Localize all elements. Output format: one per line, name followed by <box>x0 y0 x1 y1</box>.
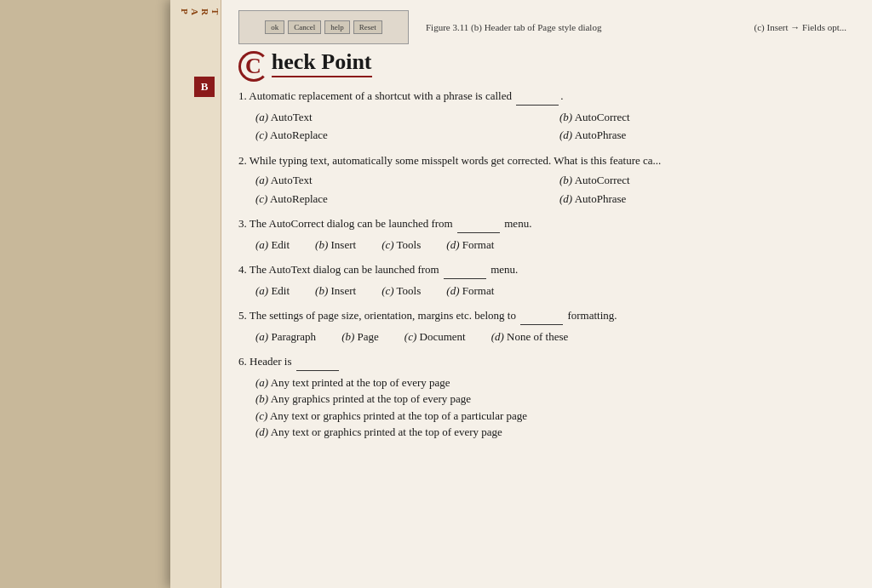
q2-opt-d: (d) AutoPhrase <box>559 191 846 208</box>
figure-caption: Figure 3.11 (b) Header tab of Page style… <box>426 22 754 32</box>
questions-list: 1. Automatic replacement of a shortcut w… <box>238 88 846 441</box>
q6-options: (a) Any text printed at the top of every… <box>238 374 846 441</box>
q4-opt-a: (a) Edit <box>255 283 290 300</box>
q3-options: (a) Edit (b) Insert (c) Tools (d) Format <box>238 237 846 254</box>
q4-opt-d: (d) Format <box>446 283 494 300</box>
question-5: 5. The settings of page size, orientatio… <box>238 307 846 345</box>
q6-opt-b: (b) Any graphics printed at the top of e… <box>255 391 846 408</box>
q1-opt-c: (c) AutoReplace <box>255 127 542 144</box>
dialog-btn-reset[interactable]: Reset <box>353 20 382 34</box>
figure-area: ok Cancel help Reset Figure 3.11 (b) Hea… <box>238 7 846 44</box>
question-4: 4. The AutoText dialog can be launched f… <box>238 261 846 299</box>
question-5-text: 5. The settings of page size, orientatio… <box>238 307 846 325</box>
q3-opt-b: (b) Insert <box>315 237 356 254</box>
q6-num: 6. <box>238 355 247 368</box>
q4-opt-b: (b) Insert <box>315 283 356 300</box>
checkpoint-header: C heck Point <box>238 49 846 77</box>
part-text: PART <box>180 9 221 17</box>
q3-num: 3. <box>238 217 247 230</box>
dialog-buttons: ok Cancel help Reset <box>265 20 382 34</box>
question-4-text: 4. The AutoText dialog can be launched f… <box>238 261 846 279</box>
question-6: 6. Header is (a) Any text printed at the… <box>238 353 846 441</box>
q4-opt-c: (c) Tools <box>382 283 421 300</box>
q5-opt-b: (b) Page <box>341 328 379 345</box>
content-area: ok Cancel help Reset Figure 3.11 (b) Hea… <box>230 0 863 588</box>
q4-blank <box>444 261 486 279</box>
part-b-label: B <box>201 80 209 94</box>
dialog-btn-cancel[interactable]: Cancel <box>288 20 321 34</box>
q1-opt-d: (d) AutoPhrase <box>559 127 846 144</box>
checkpoint-c-letter: C <box>245 54 261 78</box>
q6-opt-a: (a) Any text printed at the top of every… <box>255 374 846 391</box>
q3-blank <box>457 215 500 233</box>
q6-blank <box>296 353 339 371</box>
q5-opt-c: (c) Document <box>404 328 466 345</box>
checkpoint-title: heck Point <box>272 49 372 77</box>
q1-options: (a) AutoText (b) AutoCorrect (c) AutoRep… <box>238 109 846 144</box>
q1-num: 1. <box>238 89 247 102</box>
question-6-text: 6. Header is <box>238 353 846 371</box>
q6-opt-c: (c) Any text or graphics printed at the … <box>255 408 846 425</box>
q4-num: 4. <box>238 263 247 276</box>
q3-opt-c: (c) Tools <box>382 237 421 254</box>
q6-opt-d: (d) Any text or graphics printed at the … <box>255 424 846 441</box>
dialog-btn-ok[interactable]: ok <box>265 20 284 34</box>
q5-opt-a: (a) Paragraph <box>255 328 316 345</box>
q1-blank <box>516 88 559 106</box>
q3-opt-d: (d) Format <box>446 237 494 254</box>
q5-opt-d: (d) None of these <box>491 328 569 345</box>
q2-num: 2. <box>238 154 247 167</box>
q2-opt-b: (b) AutoCorrect <box>559 172 846 189</box>
q1-opt-a: (a) AutoText <box>255 109 542 126</box>
q3-opt-a: (a) Edit <box>255 237 290 254</box>
question-3-text: 3. The AutoCorrect dialog can be launche… <box>238 215 846 233</box>
question-1: 1. Automatic replacement of a shortcut w… <box>238 88 846 144</box>
q5-options: (a) Paragraph (b) Page (c) Document (d) … <box>238 328 846 345</box>
q2-options: (a) AutoText (b) AutoCorrect (c) AutoRep… <box>238 172 846 207</box>
question-1-text: 1. Automatic replacement of a shortcut w… <box>238 88 846 106</box>
question-3: 3. The AutoCorrect dialog can be launche… <box>238 215 846 253</box>
q2-opt-c: (c) AutoReplace <box>255 191 542 208</box>
dialog-mock: ok Cancel help Reset <box>238 10 409 44</box>
q5-num: 5. <box>238 309 247 322</box>
insert-caption: (c) Insert → Fields opt... <box>754 22 846 32</box>
dialog-btn-help[interactable]: help <box>324 20 350 34</box>
part-label: PART <box>187 0 213 17</box>
q5-blank <box>520 307 563 325</box>
q1-opt-b: (b) AutoCorrect <box>559 109 846 126</box>
question-2: 2. While typing text, automatically some… <box>238 152 846 208</box>
question-2-text: 2. While typing text, automatically some… <box>238 152 846 169</box>
q2-opt-a: (a) AutoText <box>255 172 542 189</box>
q4-options: (a) Edit (b) Insert (c) Tools (d) Format <box>238 283 846 300</box>
part-b-box: B <box>194 77 215 97</box>
